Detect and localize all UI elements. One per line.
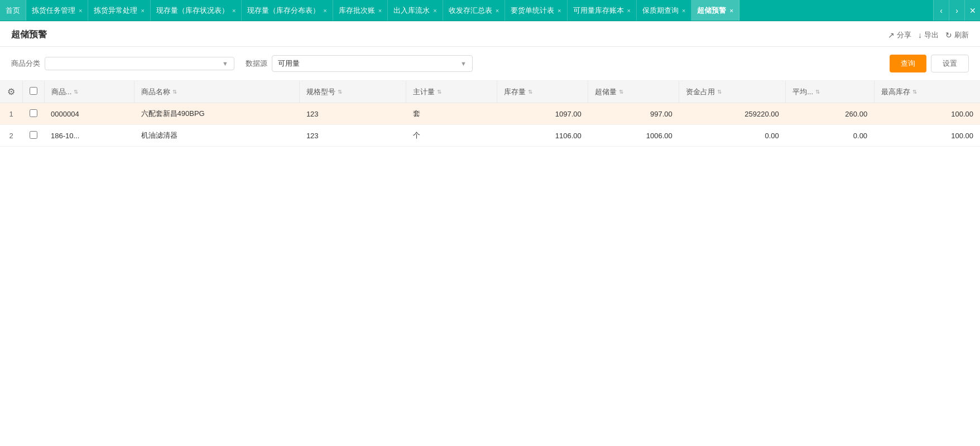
datasource-dropdown-arrow: ▼ <box>460 60 467 67</box>
th-stock[interactable]: 库存量 ⇅ <box>497 81 588 103</box>
nav-close-stock-dist[interactable]: × <box>323 7 326 14</box>
sort-code-icon: ⇅ <box>74 89 78 95</box>
datasource-label: 数据源 <box>246 59 267 69</box>
category-label: 商品分类 <box>11 59 40 69</box>
nav-close-inout-flow[interactable]: × <box>433 7 436 14</box>
row-avg-1: 260.00 <box>786 103 874 125</box>
category-dropdown-arrow: ▼ <box>222 60 228 67</box>
sort-unit-icon: ⇅ <box>437 89 441 95</box>
share-button[interactable]: ↗ 分享 <box>888 30 911 40</box>
filter-datasource: 数据源 可用量 ▼ <box>246 55 473 72</box>
nav-overstock-warning[interactable]: 超储预警 × <box>691 0 739 21</box>
row-avg-2: 0.00 <box>786 125 874 147</box>
nav-close-available-book[interactable]: × <box>627 7 631 14</box>
nav-home[interactable]: 首页 <box>0 0 26 21</box>
main-content: 超储预警 ↗ 分享 ↓ 导出 ↻ 刷新 商品分类 ▼ 数据源 <box>0 21 980 446</box>
row-checkbox-2[interactable] <box>22 125 44 147</box>
th-name[interactable]: 商品名称 ⇅ <box>134 81 300 103</box>
filter-row: 商品分类 ▼ 数据源 可用量 ▼ 查询 设置 <box>0 47 980 81</box>
table-header-row: ⚙ 商品... ⇅ 商品名称 <box>0 81 980 103</box>
datasource-select[interactable]: 可用量 ▼ <box>272 55 473 72</box>
th-overstock[interactable]: 超储量 ⇅ <box>588 81 679 103</box>
table-row[interactable]: 1 0000004 六配套新昌490BPG 123 套 1097.00 997.… <box>0 103 980 125</box>
nav-close-overstock-warning[interactable]: × <box>729 7 733 14</box>
row-maxstock-1: 100.00 <box>874 103 980 125</box>
th-avg[interactable]: 平均... ⇅ <box>786 81 874 103</box>
row-capital-2: 0.00 <box>679 125 786 147</box>
th-unit[interactable]: 主计量 ⇅ <box>406 81 497 103</box>
sort-maxstock-icon: ⇅ <box>912 89 917 95</box>
refresh-button[interactable]: ↻ 刷新 <box>945 30 969 40</box>
row-checkbox-1[interactable] <box>22 103 44 125</box>
row-select-checkbox-2[interactable] <box>30 131 37 139</box>
nav-close-batch-account[interactable]: × <box>378 7 382 14</box>
nav-close-stock-status[interactable]: × <box>232 7 236 14</box>
export-button[interactable]: ↓ 导出 <box>918 30 939 40</box>
sort-name-icon: ⇅ <box>172 89 177 95</box>
nav-recv-send[interactable]: 收发存汇总表 × <box>443 0 505 21</box>
th-spec[interactable]: 规格型号 ⇅ <box>300 81 406 103</box>
nav-order-stat[interactable]: 要货单统计表 × <box>505 0 567 21</box>
th-checkbox[interactable] <box>22 81 44 103</box>
row-code-1: 0000004 <box>44 103 134 125</box>
nav-close-task-mgmt[interactable]: × <box>79 7 82 14</box>
th-maxstock[interactable]: 最高库存 ⇅ <box>874 81 980 103</box>
nav-arrow-group: ‹ › ✕ <box>933 0 980 21</box>
nav-abnormal[interactable]: 拣货异常处理 × <box>88 0 150 21</box>
row-name-2: 机油滤清器 <box>134 125 300 147</box>
nav-prev-arrow[interactable]: ‹ <box>933 0 949 21</box>
nav-inout-flow[interactable]: 出入库流水 × <box>388 0 443 21</box>
datasource-select-value: 可用量 <box>278 59 300 69</box>
row-spec-2: 123 <box>300 125 406 147</box>
nav-task-mgmt[interactable]: 拣货任务管理 × <box>26 0 88 21</box>
nav-batch-account[interactable]: 库存批次账 × <box>333 0 388 21</box>
category-select[interactable]: ▼ <box>45 57 234 70</box>
nav-next-arrow[interactable]: › <box>949 0 964 21</box>
sort-overstock-icon: ⇅ <box>619 89 623 95</box>
refresh-icon: ↻ <box>945 31 952 40</box>
share-icon: ↗ <box>888 31 895 40</box>
query-button[interactable]: 查询 <box>890 55 926 72</box>
row-maxstock-2: 100.00 <box>874 125 980 147</box>
nav-close-quality-check[interactable]: × <box>682 7 685 14</box>
table-row[interactable]: 2 186-10... 机油滤清器 123 个 1106.00 1006.00 … <box>0 125 980 147</box>
table-body: 1 0000004 六配套新昌490BPG 123 套 1097.00 997.… <box>0 103 980 147</box>
select-all-checkbox[interactable] <box>30 87 37 95</box>
nav-close-all[interactable]: ✕ <box>964 0 980 21</box>
sort-stock-icon: ⇅ <box>528 89 532 95</box>
row-overstock-2: 1006.00 <box>588 125 679 147</box>
nav-stock-status[interactable]: 现存量（库存状况表） × <box>151 0 242 21</box>
table-container: ⚙ 商品... ⇅ 商品名称 <box>0 81 980 147</box>
settings-gear-icon[interactable]: ⚙ <box>7 86 15 97</box>
row-stock-2: 1106.00 <box>497 125 588 147</box>
nav-close-recv-send[interactable]: × <box>496 7 499 14</box>
nav-stock-dist[interactable]: 现存量（库存分布表） × <box>242 0 333 21</box>
row-name-1: 六配套新昌490BPG <box>134 103 300 125</box>
filter-buttons: 查询 设置 <box>890 55 969 72</box>
nav-quality-check[interactable]: 保质期查询 × <box>637 0 691 21</box>
header-actions: ↗ 分享 ↓ 导出 ↻ 刷新 <box>888 30 969 40</box>
th-settings[interactable]: ⚙ <box>0 81 22 103</box>
row-unit-2: 个 <box>406 125 497 147</box>
nav-close-abnormal[interactable]: × <box>141 7 144 14</box>
sort-avg-icon: ⇅ <box>815 89 820 95</box>
th-code[interactable]: 商品... ⇅ <box>44 81 134 103</box>
nav-available-book[interactable]: 可用量库存账本 × <box>568 0 637 21</box>
row-unit-1: 套 <box>406 103 497 125</box>
row-overstock-1: 997.00 <box>588 103 679 125</box>
nav-close-order-stat[interactable]: × <box>558 7 561 14</box>
row-select-checkbox-1[interactable] <box>30 109 37 117</box>
top-navigation: 首页 拣货任务管理 × 拣货异常处理 × 现存量（库存状况表） × 现存量（库存… <box>0 0 980 21</box>
row-spec-1: 123 <box>300 103 406 125</box>
page-header: 超储预警 ↗ 分享 ↓ 导出 ↻ 刷新 <box>0 21 980 47</box>
sort-capital-icon: ⇅ <box>717 89 722 95</box>
export-icon: ↓ <box>918 31 922 40</box>
row-stock-1: 1097.00 <box>497 103 588 125</box>
overstock-table: ⚙ 商品... ⇅ 商品名称 <box>0 81 980 147</box>
set-button[interactable]: 设置 <box>931 55 969 72</box>
sort-spec-icon: ⇅ <box>338 89 342 95</box>
row-num-1: 1 <box>0 103 22 125</box>
page-title: 超储预警 <box>11 29 47 41</box>
th-capital[interactable]: 资金占用 ⇅ <box>679 81 786 103</box>
row-code-2: 186-10... <box>44 125 134 147</box>
